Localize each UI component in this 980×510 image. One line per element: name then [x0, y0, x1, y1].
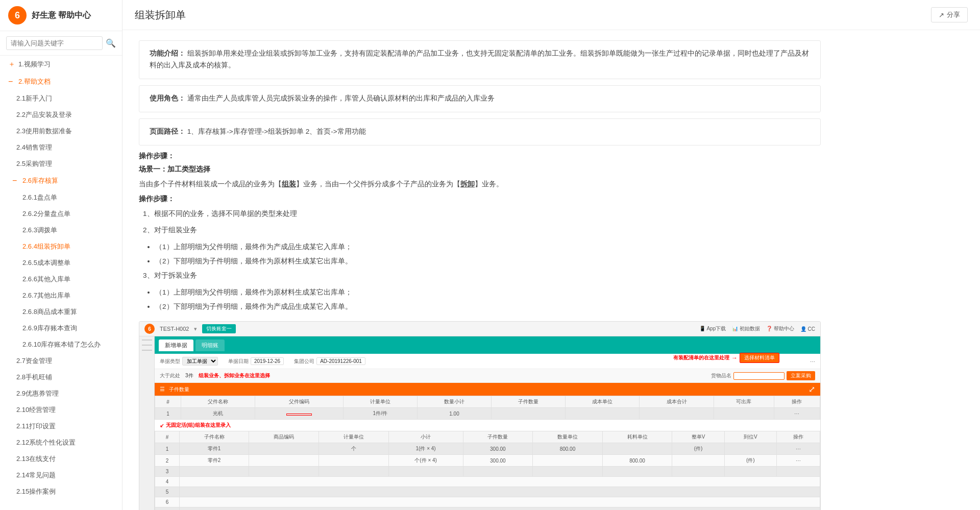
- logo-area: 6 好生意 帮助中心: [0, 0, 122, 31]
- sidebar-item-s22[interactable]: 2.2产品安装及登录: [0, 107, 122, 123]
- th2-name: 子件名称: [179, 431, 249, 443]
- sidebar-item-s211[interactable]: 2.11打印设置: [0, 418, 122, 434]
- sim-date-value: 2019-12-26: [251, 357, 284, 365]
- td-empty2-rest: [179, 477, 820, 487]
- th-actions: 操作: [774, 396, 820, 408]
- sim-table1-area: # 父件名称 父件编码 计量单位 数量小计 子件数量 成本单位: [155, 396, 820, 420]
- td2-sub-2: 个(件 × 4): [388, 455, 463, 467]
- sidebar-item-s27[interactable]: 2.7资金管理: [0, 353, 122, 369]
- td-empty-1: [179, 467, 249, 477]
- sidebar-item-s214[interactable]: 2.14常见问题: [0, 467, 122, 483]
- th-parent-name: 父件名称: [181, 396, 255, 408]
- share-icon: ↗: [939, 11, 944, 19]
- sim-action-icons: ⋯: [810, 359, 815, 365]
- sidebar-item-video-label: 1.视频学习: [18, 60, 51, 69]
- sidebar-item-s2610[interactable]: 2.6.10库存账本错了怎么办: [6, 336, 122, 353]
- sub-step-1-2: （2）下部明细为子件明细，最终作为原材料生成某它出库单。: [155, 255, 821, 268]
- sidebar-item-video[interactable]: ＋ 1.视频学习: [0, 56, 122, 73]
- table-row-empty4: 6: [155, 497, 820, 507]
- sidebar-item-s264[interactable]: 2.6.4组装拆卸单: [6, 238, 122, 255]
- sidebar-item-s213[interactable]: 2.13在线支付: [0, 451, 122, 467]
- minus-icon: −: [8, 78, 15, 86]
- sidebar-item-docs[interactable]: − 2.帮助文档: [0, 73, 122, 90]
- sim-nav-btn[interactable]: 切换账套一: [202, 324, 236, 333]
- sidebar-item-s26[interactable]: − 2.6库存核算: [0, 172, 122, 189]
- sim-topbar: 6 TEST-H002 ▾ 切换账套一 📱 App下载 📊 初始数据 ❓ 帮助中…: [139, 322, 820, 336]
- sim-action-btns: ⋯: [810, 358, 815, 365]
- sidebar-item-s262[interactable]: 2.6.2分量盘点单: [6, 206, 122, 222]
- table-row: 1 光机 1件/件 1.00: [155, 408, 820, 420]
- sim-tab-new[interactable]: 新增单据: [159, 339, 193, 351]
- th2-seq: #: [155, 431, 180, 443]
- sidebar-item-s263[interactable]: 2.6.3调拨单: [6, 222, 122, 238]
- content-inner: 功能介绍： 组装拆卸单用来处理企业组装或拆卸等加工业务，支持有固定装配清单的产品…: [122, 30, 837, 510]
- th2-material-unit: 耗料单位: [602, 431, 672, 443]
- annotation2-text: 组装业务、拆卸业务在这里选择: [199, 372, 270, 379]
- sim-search-input[interactable]: [733, 372, 785, 380]
- share-button[interactable]: ↗ 分享: [931, 7, 968, 22]
- td-empty3-rest: [179, 487, 820, 497]
- td2-qty-unit: 800.00: [533, 443, 603, 455]
- sim-btn-select[interactable]: 选择材料清单: [740, 353, 779, 363]
- sim-icon-help: ❓ 帮助中心: [766, 325, 794, 332]
- sidebar-item-s268[interactable]: 2.6.8商品成本重算: [6, 304, 122, 320]
- td-empty5-seq: 7: [155, 507, 180, 510]
- sidebar-item-s23[interactable]: 2.3使用前数据准备: [0, 123, 122, 139]
- td-child-qty: [492, 408, 566, 420]
- sim-type-select[interactable]: 加工单据 拆卸单据: [182, 357, 218, 366]
- sidebar-item-s266[interactable]: 2.6.6其他入库单: [6, 271, 122, 287]
- td-parent-code: [255, 408, 344, 420]
- th-unit: 计量单位: [343, 396, 417, 408]
- sim-dept-value: AD-20191226-001: [316, 357, 365, 365]
- scene1-desc: 当由多个子件材料组装成一个成品的业务为【组装】业务，当由一个父件拆分成多个子产品…: [139, 178, 821, 190]
- td2-unit-2: [319, 455, 389, 467]
- td-empty4-rest: [179, 497, 820, 507]
- sidebar-item-s212[interactable]: 2.12系统个性化设置: [0, 434, 122, 451]
- td-action: ⋯: [774, 408, 820, 420]
- td2-seq: 1: [155, 443, 180, 455]
- td-empty2-seq: 4: [155, 477, 180, 487]
- sim-logo: 6: [144, 324, 155, 334]
- sidebar-item-s267[interactable]: 2.6.7其他出库单: [6, 287, 122, 304]
- annotation4-area: ↙ 无固定活(组)组装在这里录入: [155, 420, 820, 431]
- share-label: 分享: [947, 10, 960, 19]
- sidebar-item-s265[interactable]: 2.6.5成本调整单: [6, 255, 122, 271]
- td-empty-10: [776, 467, 820, 477]
- sim-full: 6 TEST-H002 ▾ 切换账套一 📱 App下载 📊 初始数据 ❓ 帮助中…: [139, 322, 820, 510]
- td-empty-8: [672, 467, 724, 477]
- sim-table2: # 子件名称 商品编码 计量单位 小计 子件数量 数量单位 耗料: [155, 431, 820, 510]
- td-unit: 1件/件: [343, 408, 417, 420]
- td-empty-9: [724, 467, 776, 477]
- sim-main: 新增单据 明细账 单据类型 加工单据 拆卸单据: [155, 336, 820, 510]
- sidebar-item-s261[interactable]: 2.6.1盘点单: [6, 189, 122, 206]
- sim-tab-detail[interactable]: 明细账: [195, 339, 225, 351]
- th-cost-unit: 成本单位: [566, 396, 640, 408]
- op-steps-section: 操作步骤： 场景一：加工类型选择 当由多个子件材料组装成一个成品的业务为【组装】…: [139, 152, 821, 510]
- th2-sub: 小计: [388, 431, 463, 443]
- sidebar-item-s215[interactable]: 2.15操作案例: [0, 483, 122, 500]
- sidebar-item-s21[interactable]: 2.1新手入门: [0, 90, 122, 107]
- sim-expand-icon[interactable]: ⤢: [808, 384, 815, 394]
- sidebar-item-s28[interactable]: 2.8手机旺铺: [0, 369, 122, 385]
- sim-go-btn[interactable]: 立案采购: [787, 371, 815, 380]
- sidebar-item-s25[interactable]: 2.5采购管理: [0, 156, 122, 172]
- op-steps-title: 操作步骤：: [139, 152, 821, 161]
- app-title: 好生意 帮助中心: [32, 10, 91, 21]
- search-button[interactable]: 🔍: [106, 38, 116, 48]
- sub-nav-docs: 2.1新手入门 2.2产品安装及登录 2.3使用前数据准备 2.4销售管理 2.…: [0, 90, 122, 500]
- sim-table1: # 父件名称 父件编码 计量单位 数量小计 子件数量 成本单位: [155, 396, 820, 420]
- th-cost-total: 成本合计: [640, 396, 714, 408]
- sidebar-item-s29[interactable]: 2.9优惠券管理: [0, 385, 122, 402]
- td-seq: 1: [155, 408, 181, 420]
- sidebar-item-s24[interactable]: 2.4销售管理: [0, 139, 122, 156]
- th2-op: 操作: [776, 431, 820, 443]
- table-row: 2 零件2 个(件 × 4) 300.00 800.00: [155, 455, 820, 467]
- sidebar-item-s210[interactable]: 2.10经营管理: [0, 402, 122, 418]
- sidebar-item-s26-label: 2.6库存核算: [22, 176, 58, 185]
- search-input[interactable]: [6, 36, 103, 50]
- sim-company: TEST-H002: [160, 326, 189, 332]
- sub-steps-2: （1）上部明细为父件明细，最终作为原材料生成某它出库单； （2）下部明细为子件明…: [155, 286, 821, 313]
- sim-count-value: 3件: [185, 372, 193, 379]
- sidebar-item-s269[interactable]: 2.6.9库存账本查询: [6, 320, 122, 336]
- td-empty3-seq: 5: [155, 487, 180, 497]
